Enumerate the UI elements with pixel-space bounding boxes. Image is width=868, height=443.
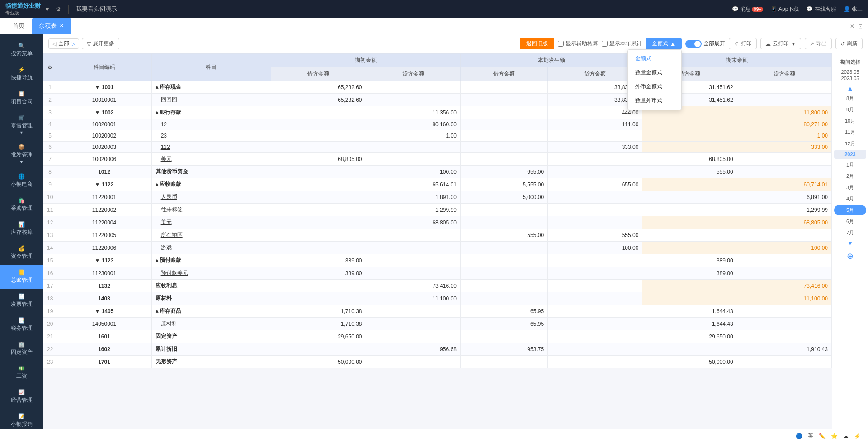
table-row[interactable]: 14 11220006 游戏 100.00 100.00 — [43, 242, 832, 254]
sidebar-item-wholesale[interactable]: 📦 批发管理 ▼ — [0, 139, 43, 169]
cloud-print-btn[interactable]: ☁ 云打印 ▼ — [760, 38, 801, 49]
sidebar-item-accounting[interactable]: 📒 总账管理 — [0, 265, 43, 289]
table-row[interactable]: 3 ▼ 1002 ▴ 银行存款 11,356.00 444.00 11,800.… — [43, 106, 832, 119]
table-row[interactable]: 8 1012 其他货币资金 100.00 655.00 555.00 — [43, 166, 832, 178]
month-3[interactable]: 3月 — [834, 182, 866, 193]
app-download-btn[interactable]: 📱 App下载 — [770, 5, 799, 13]
table-row[interactable]: 2 10010001 回回回 65,282.60 33,830.98 31,45… — [43, 94, 832, 106]
row-name[interactable]: 人民币 — [151, 191, 271, 204]
row-name[interactable]: 12 — [151, 119, 271, 130]
sidebar-item-project[interactable]: 📋 项目合同 — [0, 86, 43, 110]
export-btn[interactable]: ↗ 导出 — [805, 38, 832, 49]
sidebar-item-assets[interactable]: 🏢 固定资产 — [0, 337, 43, 361]
dropdown-item-qty-foreign[interactable]: 数量外币式 — [628, 94, 681, 108]
tab-balance[interactable]: 余额表 ✕ — [32, 18, 71, 34]
dropdown-item-foreign-amount[interactable]: 外币金额式 — [628, 80, 681, 94]
settings-icon[interactable]: ⚙ — [56, 6, 61, 13]
month-5[interactable]: 5月 — [834, 205, 866, 215]
toggle-expand-switch[interactable] — [685, 40, 702, 48]
table-row[interactable]: 16 11230001 预付款美元 389.00 389.00 — [43, 267, 832, 280]
expand-more-btn[interactable]: ▽ 展开更多 — [82, 38, 119, 49]
row-name[interactable]: 累计折旧 — [151, 343, 271, 356]
bottom-icon-2[interactable]: ✏️ — [819, 433, 826, 439]
table-row[interactable]: 12 11220004 美元 68,805.00 68,805.00 — [43, 216, 832, 229]
table-row[interactable]: 5 10020002 23 1.00 1.00 — [43, 130, 832, 142]
table-row[interactable]: 17 1132 应收利息 73,416.00 73,416.00 — [43, 280, 832, 292]
row-name[interactable]: 美元 — [151, 153, 271, 166]
row-name[interactable]: 原材料 — [151, 318, 271, 330]
user-avatar[interactable]: 👤 张三 — [844, 5, 863, 13]
bottom-icon-1[interactable]: 🔵 — [796, 433, 802, 439]
chk-year-label[interactable]: 显示本年累计 — [602, 40, 642, 48]
sidebar-item-tax[interactable]: 📑 税务管理 — [0, 313, 43, 337]
return-old-btn[interactable]: 退回旧版 — [520, 38, 554, 49]
table-row[interactable]: 1 ▼ 1001 ▴ 库存现金 65,282.60 33,830.98 31,4… — [43, 81, 832, 94]
sidebar-item-purchase[interactable]: 🛍️ 采购管理 — [0, 193, 43, 217]
row-name[interactable]: 往来标签 — [151, 204, 271, 216]
month-12[interactable]: 12月 — [834, 138, 866, 149]
row-name[interactable]: ▴ 库存商品 — [151, 305, 271, 318]
row-name[interactable]: ▴ 库存现金 — [151, 81, 271, 94]
online-service-btn[interactable]: 💬 在线客服 — [806, 5, 836, 13]
bottom-icon-3[interactable]: ⭐ — [831, 433, 838, 439]
row-name[interactable]: 122 — [151, 142, 271, 153]
period-up-arrow[interactable]: ▲ — [844, 84, 856, 93]
dropdown-icon[interactable]: ▼ — [44, 6, 50, 13]
bottom-icon-5[interactable]: ⚡ — [854, 433, 861, 439]
table-row[interactable]: 15 ▼ 1123 ▴ 预付账款 389.00 389.00 — [43, 254, 832, 267]
sidebar-item-retail[interactable]: 🛒 零售管理 ▼ — [0, 110, 43, 139]
month-2[interactable]: 2月 — [834, 171, 866, 181]
table-row[interactable]: 19 ▼ 1405 ▴ 库存商品 1,710.38 65.95 1,644.43 — [43, 305, 832, 318]
month-8[interactable]: 8月 — [834, 93, 866, 104]
row-name[interactable]: 无形资产 — [151, 356, 271, 368]
sidebar-item-invoice[interactable]: 🧾 发票管理 — [0, 289, 43, 313]
table-row[interactable]: 20 14050001 原材料 1,710.38 65.95 1,644.43 — [43, 318, 832, 330]
row-name[interactable]: ▴ 应收账款 — [151, 178, 271, 191]
sidebar-item-ecommerce[interactable]: 🌐 小畅电商 — [0, 169, 43, 193]
refresh-btn[interactable]: ↺ 刷新 — [835, 38, 863, 49]
tab-home[interactable]: 首页 — [5, 18, 32, 34]
sidebar-item-inventory[interactable]: 📊 库存核算 — [0, 217, 43, 241]
bottom-icon-4[interactable]: ☁ — [843, 433, 849, 439]
chk-year-input[interactable] — [602, 41, 608, 47]
row-name[interactable]: 所在地区 — [151, 229, 271, 242]
minimize-icon[interactable]: ⊡ — [858, 23, 863, 29]
dropdown-item-qty-amount[interactable]: 数量金额式 — [628, 66, 681, 80]
month-6[interactable]: 6月 — [834, 216, 866, 227]
sidebar-item-salary[interactable]: 💵 工资 — [0, 361, 43, 385]
close-window-icon[interactable]: ✕ — [850, 23, 854, 29]
row-name[interactable]: ▴ 预付账款 — [151, 254, 271, 267]
month-11[interactable]: 11月 — [834, 127, 866, 138]
row-name[interactable]: 回回回 — [151, 94, 271, 106]
sidebar-item-quicknav[interactable]: ⚡ 快捷导航 — [0, 62, 43, 86]
table-row[interactable]: 22 1602 累计折旧 956.68 953.75 1,910.43 — [43, 343, 832, 356]
table-row[interactable]: 18 1403 原材料 11,100.00 11,100.00 — [43, 292, 832, 305]
table-row[interactable]: 23 1701 无形资产 50,000.00 50,000.00 — [43, 356, 832, 368]
search-right-icon[interactable]: ▷ — [71, 41, 75, 47]
table-row[interactable]: 21 1601 固定资产 29,650.00 29,650.00 — [43, 330, 832, 343]
chk-aux-input[interactable] — [558, 41, 564, 47]
row-name[interactable]: 原材料 — [151, 292, 271, 305]
row-name[interactable]: 美元 — [151, 216, 271, 229]
bottom-lang[interactable]: 英 — [808, 432, 813, 440]
sidebar-item-finance[interactable]: 💰 资金管理 — [0, 241, 43, 265]
table-row[interactable]: 4 10020001 12 80,160.00 111.00 80,271.00 — [43, 119, 832, 130]
amount-mode-btn[interactable]: 金额式 ▲ — [646, 38, 682, 49]
scroll-down-icon[interactable]: ⊕ — [847, 251, 854, 261]
demo-link[interactable]: 我要看实例演示 — [76, 5, 117, 13]
period-down-arrow[interactable]: ▼ — [844, 238, 856, 248]
table-row[interactable]: 6 10020003 122 333.00 333.00 — [43, 142, 832, 153]
row-name[interactable]: 23 — [151, 130, 271, 142]
table-row[interactable]: 9 ▼ 1122 ▴ 应收账款 65,614.01 5,555.00 655.0… — [43, 178, 832, 191]
dropdown-item-amount[interactable]: 金额式 — [628, 52, 681, 66]
row-name[interactable]: 游戏 — [151, 242, 271, 254]
month-9[interactable]: 9月 — [834, 105, 866, 115]
table-row[interactable]: 10 11220001 人民币 1,891.00 5,000.00 6,891.… — [43, 191, 832, 204]
month-10[interactable]: 10月 — [834, 116, 866, 126]
table-settings-header[interactable]: ⚙ — [43, 54, 57, 81]
row-name[interactable]: 其他货币资金 — [151, 166, 271, 178]
tab-close-icon[interactable]: ✕ — [59, 22, 64, 29]
sidebar-item-search[interactable]: 🔍 搜索菜单 — [0, 38, 43, 62]
message-btn[interactable]: 💬 消息99+ — [732, 5, 763, 13]
table-row[interactable]: 13 11220005 所在地区 555.00 555.00 — [43, 229, 832, 242]
